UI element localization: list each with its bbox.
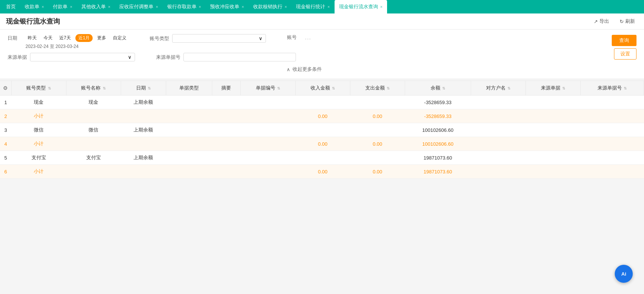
nav-other-income[interactable]: 其他收入单 × [77,0,115,13]
close-icon[interactable]: × [199,4,201,9]
export-button[interactable]: ↗ 导出 [591,16,612,26]
nav-home[interactable]: 首页 [2,0,20,13]
date-label: 日期 [8,35,23,42]
page-title: 现金银行流水查询 [6,17,60,26]
sort-icon[interactable]: ⇅ [442,86,445,90]
data-table: ⚙ 账号类型 ⇅ 账号名称 ⇅ 日期 ⇅ 单据类型 摘要 [0,81,644,179]
col-account-type: 账号类型 ⇅ [11,81,66,96]
sort-icon[interactable]: ⇅ [507,86,510,90]
sort-icon[interactable]: ⇅ [387,86,390,90]
col-doc-type: 单据类型 [166,81,212,96]
col-date: 日期 ⇅ [121,81,166,96]
sort-icon[interactable]: ⇅ [332,86,335,90]
nav-receipt[interactable]: 收款单 × [20,0,48,13]
col-summary: 摘要 [212,81,240,96]
source-doc-no-input[interactable] [183,53,296,61]
sort-icon[interactable]: ⇅ [103,86,106,90]
chevron-down-icon: ∨ [259,36,263,41]
col-source-doc-no: 来源单据号 ⇅ [580,81,644,96]
nav-bank-deposit[interactable]: 银行存取款单 × [163,0,206,13]
close-icon[interactable]: × [242,4,244,9]
table-settings-header: ⚙ [0,81,11,96]
table-row[interactable]: 3微信微信上期余额100102606.60 [0,123,644,137]
gear-icon[interactable]: ⚙ [3,85,8,91]
close-icon[interactable]: × [285,4,287,9]
col-income: 收入金额 ⇅ [295,81,350,96]
nav-cash-stats[interactable]: 现金银行统计 × [291,0,334,13]
sort-icon[interactable]: ⇅ [624,86,627,90]
date-today[interactable]: 今天 [41,34,55,42]
top-navigation: 首页 收款单 × 付款单 × 其他收入单 × 应收应付调整单 × 银行存取款单 … [0,0,644,13]
col-balance: 余额 ⇅ [405,81,471,96]
refresh-icon: ↻ [620,19,624,24]
col-source-doc: 来源单据 ⇅ [525,81,580,96]
filter-area: 日期 昨天 今天 近7天 近1月 更多 自定义 2023-02-24 至 202… [0,30,644,79]
account-type-label: 账号类型 [150,35,169,42]
data-table-area: ⚙ 账号类型 ⇅ 账号名称 ⇅ 日期 ⇅ 单据类型 摘要 [0,81,644,179]
col-counterpart: 对方户名 ⇅ [471,81,525,96]
nav-collection[interactable]: 收款核销执行 × [249,0,291,13]
account-label: 账号 [287,34,302,41]
chevron-down-icon: ∨ [128,54,132,60]
table-row[interactable]: 5支付宝支付宝上期余额19871073.60 [0,151,644,165]
account-dots[interactable]: ... [305,35,311,40]
nav-cash-flow-query[interactable]: 现金银行流水查询 × [335,0,387,13]
export-icon: ↗ [594,19,598,24]
date-custom[interactable]: 自定义 [111,34,129,42]
date-7days[interactable]: 近7天 [57,34,73,42]
source-doc-no-label: 来源单据号 [156,54,180,61]
header-actions: ↗ 导出 ↻ 刷新 [591,16,638,26]
page-header: 现金银行流水查询 ↗ 导出 ↻ 刷新 [0,13,644,30]
table-row[interactable]: 2小计0.000.00-3528659.33 [0,109,644,123]
close-icon[interactable]: × [108,4,110,9]
setting-button[interactable]: 设置 [614,48,636,60]
sort-icon[interactable]: ⇅ [48,86,51,90]
date-1month[interactable]: 近1月 [75,34,93,42]
refresh-button[interactable]: ↻ 刷新 [617,16,638,26]
sort-icon[interactable]: ⇅ [562,86,565,90]
col-doc-no: 单据编号 ⇅ [240,81,295,96]
table-row[interactable]: 1现金现金上期余额-3528659.33 [0,96,644,109]
col-account-name: 账号名称 ⇅ [66,81,121,96]
col-expense: 支出金额 ⇅ [350,81,405,96]
ai-button[interactable]: Ai [615,265,633,283]
date-options: 昨天 今天 近7天 近1月 更多 自定义 [26,34,129,42]
source-doc-label: 来源单据 [8,54,27,61]
table-row[interactable]: 4小计0.000.00100102606.60 [0,137,644,151]
account-type-select[interactable]: ∨ [172,34,266,43]
nav-payment[interactable]: 付款单 × [48,0,77,13]
close-icon[interactable]: × [327,4,330,9]
sort-icon[interactable]: ⇅ [148,86,151,90]
date-range: 2023-02-24 至 2023-03-24 [26,44,78,49]
close-icon[interactable]: × [70,4,72,9]
nav-advance[interactable]: 预收冲应收单 × [206,0,248,13]
sort-icon[interactable]: ⇅ [277,86,280,90]
close-icon[interactable]: × [42,4,44,9]
close-icon[interactable]: × [380,4,383,9]
close-icon[interactable]: × [156,4,158,9]
table-row[interactable]: 6小计0.000.0019871073.60 [0,165,644,179]
date-more[interactable]: 更多 [95,34,108,42]
query-button[interactable]: 查询 [612,35,636,46]
chevron-up-icon: ∧ [287,67,290,72]
nav-adjustment[interactable]: 应收应付调整单 × [115,0,162,13]
source-doc-select[interactable]: ∨ [30,53,135,61]
collapse-bar[interactable]: ∧ 收起更多条件 [8,64,600,74]
date-yesterday[interactable]: 昨天 [26,34,39,42]
